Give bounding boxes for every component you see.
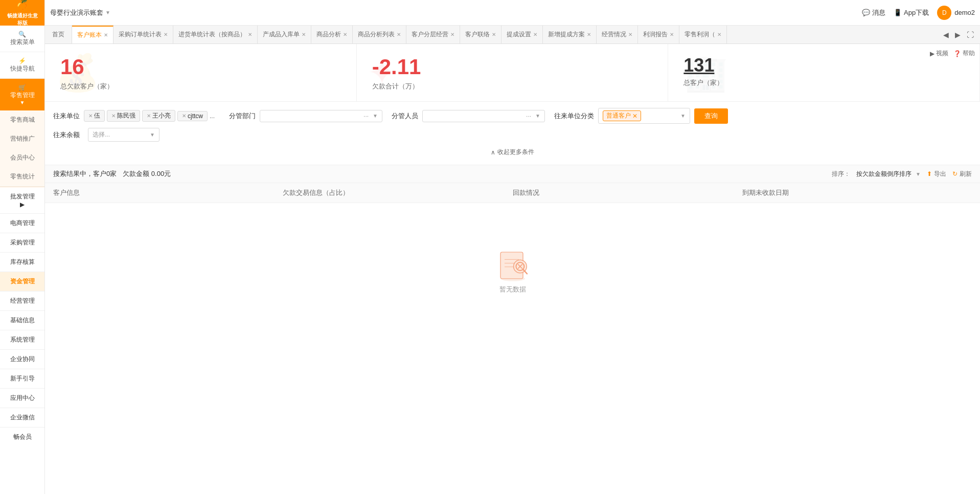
sidebar: 🍊 畅捷通好生意 标版 🔍 搜索菜单 ⚡ 快捷导航 🛒 零售管理 ▼ 零售商城 … (0, 0, 45, 494)
balance-filter-select[interactable]: 选择... ▼ (88, 128, 159, 142)
sidebar-item-quick-nav[interactable]: ⚡ 快捷导航 (0, 52, 44, 79)
tab-new-promotion[interactable]: 新增提成方案 ✕ (543, 26, 597, 44)
tab-close-profit-report[interactable]: ✕ (670, 32, 674, 37)
tab-produce-entry[interactable]: 产成品入库单 ✕ (258, 26, 311, 44)
unit-tag-cjttcw-close-icon[interactable]: ✕ (182, 113, 186, 119)
staff-filter-select[interactable]: ··· ▼ (422, 110, 545, 122)
query-button[interactable]: 查询 (694, 108, 728, 124)
sidebar-item-inventory[interactable]: 库存核算 (0, 253, 44, 272)
tab-close-customer-contact[interactable]: ✕ (492, 32, 496, 37)
video-icon: ▶ (930, 50, 935, 57)
sidebar-item-member[interactable]: 会员中心 (0, 148, 44, 167)
dept-filter-label: 分管部门 (229, 111, 256, 121)
tab-close-new-promotion[interactable]: ✕ (587, 32, 591, 37)
help-button[interactable]: ❓ 帮助 (953, 49, 975, 58)
sort-select[interactable]: 按欠款金额倒序排序 ▼ (856, 170, 921, 178)
sidebar-item-retail-stat[interactable]: 零售统计 (0, 167, 44, 187)
unit-filter-more-button[interactable]: ... (210, 113, 215, 120)
tab-purchase-stat[interactable]: 进货单统计表（按商品） ✕ (173, 26, 258, 44)
sidebar-item-retail-mall[interactable]: 零售商城 (0, 110, 44, 129)
tab-next-button[interactable]: ▶ (953, 30, 963, 40)
tab-purchase-order[interactable]: 采购订单统计表 ✕ (113, 26, 173, 44)
help-icon: ❓ (953, 50, 961, 57)
sidebar-item-purchase[interactable]: 采购管理 (0, 233, 44, 253)
balance-filter-label: 往来余额 (53, 130, 80, 140)
tab-promotion-settings[interactable]: 提成设置 ✕ (502, 26, 543, 44)
tab-expand-button[interactable]: ⛶ (965, 30, 976, 40)
staff-filter-label: 分管人员 (392, 111, 418, 121)
tab-business-status[interactable]: 经营情况 ✕ (597, 26, 638, 44)
tab-close-customer-account[interactable]: ✕ (104, 32, 108, 38)
stat-total-value: 131 (683, 54, 714, 76)
sidebar-item-retail[interactable]: 🛒 零售管理 ▼ (0, 79, 44, 110)
unit-class-filter-select[interactable]: 普通客户 ✕ ▼ (598, 108, 690, 124)
unit-tag-wang: ✕ 王小亮 (142, 110, 175, 122)
tab-close-goods-analysis[interactable]: ✕ (343, 32, 347, 37)
col-header-date: 到期未收款日期 (742, 188, 972, 197)
topbar-right: 💬 消息 📱 App下载 D demo2 (862, 6, 975, 20)
dept-select-chevron-icon: ▼ (373, 113, 378, 119)
sidebar-item-basic[interactable]: 基础信息 (0, 311, 44, 330)
sidebar-item-vip-member[interactable]: 畅会员 (0, 428, 44, 446)
message-button[interactable]: 💬 消息 (862, 8, 885, 17)
stat-total-label: 总客户（家） (683, 78, 723, 87)
sidebar-item-new-guide[interactable]: 新手引导 (0, 369, 44, 389)
refresh-icon: ↻ (952, 170, 958, 177)
stats-row: 💰 16 总欠款客户（家） ✦ -2.11 欠款合计（万） 🏢 131 总客户（… (45, 44, 980, 102)
tabbar: 首页 客户账本 ✕ 采购订单统计表 ✕ 进货单统计表（按商品） ✕ 产成品入库单… (45, 26, 980, 44)
sidebar-item-app-center[interactable]: 应用中心 (0, 389, 44, 408)
refresh-button[interactable]: ↻ 刷新 (952, 170, 972, 178)
sidebar-item-enterprise-wechat[interactable]: 企业微信 (0, 408, 44, 428)
page-actions: ▶ 视频 ❓ 帮助 (930, 49, 975, 58)
filter-collapse-button[interactable]: ∧ 收起更多条件 (489, 146, 536, 159)
sidebar-item-marketing[interactable]: 营销推广 (0, 129, 44, 148)
tab-close-produce-entry[interactable]: ✕ (302, 32, 306, 37)
table-area: 客户信息 欠款交易信息（占比） 回款情况 到期未收款日期 (45, 183, 980, 335)
tab-profit-report[interactable]: 利润报告 ✕ (638, 26, 679, 44)
unit-tag-chen: ✕ 陈民强 (107, 110, 140, 122)
sidebar-item-system[interactable]: 系统管理 (0, 330, 44, 350)
unit-class-selected-tag: 普通客户 ✕ (603, 110, 641, 121)
tab-close-purchase-stat[interactable]: ✕ (248, 32, 252, 37)
balance-placeholder: 选择... (93, 130, 110, 139)
search-count-text: 搜索结果中，客户0家 (53, 169, 117, 178)
tab-prev-button[interactable]: ◀ (941, 30, 951, 40)
main-area: 母婴行业演示账套 ▼ 💬 消息 📱 App下载 D demo2 首页 客户账本 … (45, 0, 980, 494)
dept-filter-select[interactable]: ··· ▼ (260, 110, 382, 122)
balance-chevron-icon: ▼ (150, 132, 155, 138)
unit-class-tag-close-icon[interactable]: ✕ (632, 113, 637, 120)
unit-tag-chen-close-icon[interactable]: ✕ (111, 113, 116, 119)
app-download-button[interactable]: 📱 App下载 (894, 8, 929, 17)
tab-customer-contact[interactable]: 客户联络 ✕ (460, 26, 502, 44)
tab-close-goods-analysis-list[interactable]: ✕ (397, 32, 401, 37)
export-button[interactable]: ⬆ 导出 (927, 170, 946, 178)
sidebar-item-finance[interactable]: 资金管理 (0, 272, 44, 291)
tab-goods-analysis[interactable]: 商品分析 ✕ (311, 26, 353, 44)
user-menu[interactable]: D demo2 (937, 6, 975, 20)
tab-close-business-status[interactable]: ✕ (628, 32, 632, 37)
tab-close-promotion-settings[interactable]: ✕ (533, 32, 537, 37)
tab-goods-analysis-list[interactable]: 商品分析列表 ✕ (353, 26, 406, 44)
unit-tag-wang-close-icon[interactable]: ✕ (147, 113, 151, 119)
account-selector[interactable]: 母婴行业演示账套 ▼ (50, 8, 110, 17)
results-bar-left: 搜索结果中，客户0家 欠款金额 0.00元 (53, 169, 171, 178)
sidebar-item-search[interactable]: 🔍 搜索菜单 (0, 26, 44, 52)
tab-customer-account[interactable]: 客户账本 ✕ (72, 26, 113, 44)
tab-retail-profit[interactable]: 零售利润（ ✕ (679, 26, 727, 44)
quick-nav-icon: ⚡ (0, 57, 44, 64)
tab-close-purchase-order[interactable]: ✕ (164, 32, 168, 37)
video-button[interactable]: ▶ 视频 (930, 49, 948, 58)
sidebar-item-wholesale[interactable]: 批发管理 ▶ (0, 187, 44, 214)
tab-customer-segment[interactable]: 客户分层经营 ✕ (406, 26, 460, 44)
stat-card-debt: ✦ -2.11 欠款合计（万） (357, 44, 669, 101)
sidebar-item-operation[interactable]: 经营管理 (0, 291, 44, 311)
sort-chevron-icon: ▼ (916, 171, 921, 177)
account-selector-chevron-icon: ▼ (105, 10, 110, 15)
col-header-customer: 客户信息 (53, 188, 283, 197)
unit-tag-wu-close-icon[interactable]: ✕ (88, 113, 93, 119)
sidebar-item-enterprise-coop[interactable]: 企业协同 (0, 350, 44, 369)
sidebar-item-ecommerce[interactable]: 电商管理 (0, 214, 44, 233)
tab-close-retail-profit[interactable]: ✕ (717, 32, 721, 37)
tab-close-customer-segment[interactable]: ✕ (450, 32, 454, 37)
tab-home[interactable]: 首页 (45, 26, 72, 44)
